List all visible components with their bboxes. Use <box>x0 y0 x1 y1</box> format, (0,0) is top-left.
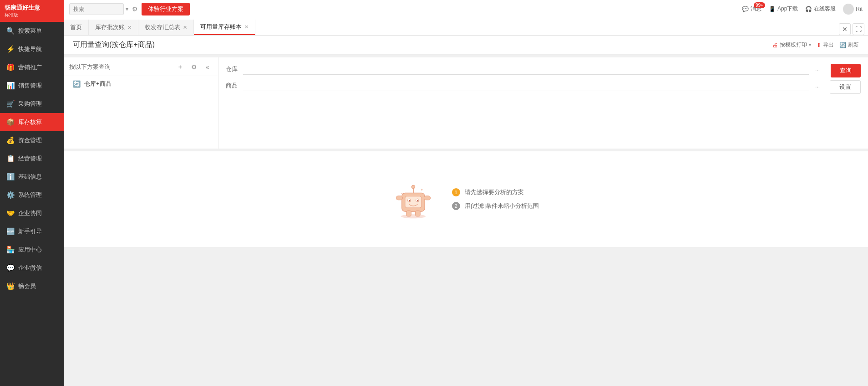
query-left-header: 按以下方案查询 ＋ ⚙ « <box>64 62 218 76</box>
tab-close-batch-account[interactable]: ✕ <box>127 25 132 31</box>
export-button[interactable]: ⬆ 导出 <box>817 41 834 49</box>
sidebar-item-finance[interactable]: 💰 资金管理 <box>0 131 64 149</box>
sidebar-item-label-enterprise: 企业协同 <box>18 209 42 217</box>
product-input[interactable] <box>243 80 809 91</box>
page-content: 可用量查询(按仓库+商品) 🖨 按模板打印 ▾ ⬆ 导出 🔄 刷新 <box>64 36 868 386</box>
print-button[interactable]: 🖨 按模板打印 ▾ <box>772 41 811 49</box>
query-panel: 按以下方案查询 ＋ ⚙ « 🔄 仓库+商品 仓库 <box>64 57 868 149</box>
sidebar-item-sales[interactable]: 📊 销售管理 <box>0 77 64 95</box>
tip-number-1: 1 <box>452 188 460 196</box>
refresh-label: 刷新 <box>848 41 859 49</box>
config-scheme-button[interactable]: ⚙ <box>189 62 199 72</box>
wechat-icon: 💬 <box>6 264 15 272</box>
warehouse-more-button[interactable]: ... <box>812 65 822 73</box>
message-badge: 99+ <box>754 2 765 8</box>
warehouse-input[interactable] <box>243 64 809 75</box>
sidebar-item-label-marketing: 营销推广 <box>18 63 42 72</box>
sidebar-item-label-vip: 畅会员 <box>18 282 36 290</box>
sidebar-item-enterprise[interactable]: 🤝 企业协同 <box>0 204 64 222</box>
topbar-user[interactable]: Rit <box>843 4 863 15</box>
tab-home[interactable]: 首页 <box>64 20 89 35</box>
topbar-chevron-icon[interactable]: ▾ <box>126 6 128 12</box>
sidebar-item-purchase[interactable]: 🛒 采购管理 <box>0 95 64 113</box>
topbar-search-input[interactable] <box>69 3 124 15</box>
sidebar-item-search[interactable]: 🔍 搜索菜单 <box>0 22 64 40</box>
sidebar-item-basic[interactable]: ℹ️ 基础信息 <box>0 168 64 186</box>
sidebar-item-label-purchase: 采购管理 <box>18 100 42 108</box>
sidebar-item-label-operation: 经营管理 <box>18 154 42 163</box>
avatar <box>843 4 854 15</box>
quick-nav-icon: ⚡ <box>6 45 15 53</box>
collapse-button[interactable]: « <box>203 62 213 72</box>
svg-text:✦: ✦ <box>401 192 403 195</box>
enterprise-icon: 🤝 <box>6 209 15 217</box>
svg-point-6 <box>417 200 419 202</box>
close-tab-button[interactable]: ✕ <box>839 23 851 35</box>
newbie-icon: 🆕 <box>6 227 15 236</box>
tab-receive-summary[interactable]: 收发存汇总表✕ <box>138 20 194 35</box>
query-button[interactable]: 查询 <box>831 64 861 77</box>
empty-tips: 1 请先选择要分析的方案 2 用[过滤]条件来缩小分析范围 <box>452 188 539 210</box>
tab-batch-account[interactable]: 库存批次账✕ <box>89 20 138 35</box>
purchase-icon: 🛒 <box>6 100 15 108</box>
sidebar-item-quick-nav[interactable]: ⚡ 快捷导航 <box>0 40 64 58</box>
sidebar-item-inventory[interactable]: 📦 库存核算 <box>0 113 64 131</box>
svg-rect-9 <box>406 211 411 216</box>
warehouse-field: 仓库 ... <box>226 64 822 75</box>
print-label: 按模板打印 <box>780 41 807 49</box>
warehouse-label: 仓库 <box>226 65 239 73</box>
expand-tab-button[interactable]: ⛶ <box>853 23 864 35</box>
scheme-icon: 🔄 <box>73 80 81 87</box>
tip-text-1: 请先选择要分析的方案 <box>465 188 524 196</box>
page-header: 可用量查询(按仓库+商品) 🖨 按模板打印 ▾ ⬆ 导出 🔄 刷新 <box>64 36 868 55</box>
product-field: 商品 ... <box>226 80 822 91</box>
topbar-input-wrap: ▾ <box>69 3 128 15</box>
add-scheme-button[interactable]: ＋ <box>175 62 185 72</box>
vip-icon: 👑 <box>6 282 15 290</box>
svg-text:✦: ✦ <box>421 188 423 192</box>
main-content: ▾ ⚙ 体验行业方案 💬 消息 99+ 📱 App下载 🎧 在线客服 Rit <box>64 0 868 386</box>
scheme-item-warehouse-product[interactable]: 🔄 仓库+商品 <box>64 76 218 92</box>
setting-button[interactable]: 设置 <box>830 80 861 94</box>
sidebar-item-operation[interactable]: 📋 经营管理 <box>0 149 64 168</box>
query-row-product: 商品 ... <box>226 80 822 91</box>
tabs-bar: 首页库存批次账✕收发存汇总表✕可用量库存账本✕ ✕ ⛶ <box>64 18 868 36</box>
export-icon: ⬆ <box>817 42 821 48</box>
tip-text-2: 用[过滤]条件来缩小分析范围 <box>465 202 539 210</box>
sidebar-item-label-quick-nav: 快捷导航 <box>18 45 42 53</box>
tab-available-stock[interactable]: 可用量库存账本✕ <box>194 20 255 35</box>
marketing-icon: 🎁 <box>6 63 15 72</box>
export-label: 导出 <box>823 41 834 49</box>
trial-button[interactable]: 体验行业方案 <box>142 3 190 15</box>
topbar-message[interactable]: 💬 消息 99+ <box>742 5 761 13</box>
sidebar-item-label-basic: 基础信息 <box>18 173 42 181</box>
sidebar-item-newbie[interactable]: 🆕 新手引导 <box>0 222 64 241</box>
query-row-warehouse: 仓库 ... <box>226 64 822 75</box>
sidebar-item-app-center[interactable]: 🏪 应用中心 <box>0 241 64 259</box>
sidebar-item-label-finance: 资金管理 <box>18 136 42 144</box>
topbar-app-download[interactable]: 📱 App下载 <box>769 5 798 13</box>
query-right-panel: 仓库 ... 商品 ... <box>218 57 868 149</box>
app-label: App下载 <box>777 5 798 13</box>
sidebar-item-wechat[interactable]: 💬 企业微信 <box>0 259 64 277</box>
sidebar-logo-title: 畅康通好生意 <box>5 4 40 12</box>
topbar-service[interactable]: 🎧 在线客服 <box>805 5 836 13</box>
headset-icon: 🎧 <box>805 6 812 12</box>
empty-tip-1: 1 请先选择要分析的方案 <box>452 188 539 196</box>
sidebar-item-marketing[interactable]: 🎁 营销推广 <box>0 58 64 77</box>
sidebar-item-vip[interactable]: 👑 畅会员 <box>0 277 64 295</box>
empty-tip-2: 2 用[过滤]条件来缩小分析范围 <box>452 202 539 210</box>
sidebar-logo: 畅康通好生意 标准版 <box>0 0 64 22</box>
tab-label-batch-account: 库存批次账 <box>95 23 125 31</box>
sidebar-item-label-sales: 销售管理 <box>18 82 42 90</box>
product-more-button[interactable]: ... <box>812 82 822 90</box>
topbar-gear-icon[interactable]: ⚙ <box>132 5 138 13</box>
refresh-button[interactable]: 🔄 刷新 <box>839 41 859 49</box>
operation-icon: 📋 <box>6 154 15 163</box>
sidebar: 畅康通好生意 标准版 🔍 搜索菜单 ⚡ 快捷导航 🎁 营销推广 📊 销售管理 🛒… <box>0 0 64 386</box>
message-icon: 💬 <box>742 6 749 12</box>
tab-close-receive-summary[interactable]: ✕ <box>183 25 187 31</box>
sidebar-item-label-app-center: 应用中心 <box>18 246 42 254</box>
sidebar-item-system[interactable]: ⚙️ 系统管理 <box>0 186 64 204</box>
tab-close-available-stock[interactable]: ✕ <box>244 24 249 30</box>
